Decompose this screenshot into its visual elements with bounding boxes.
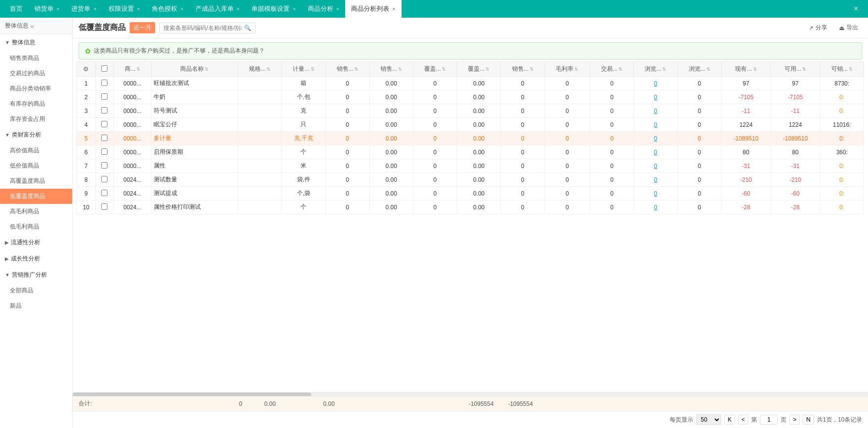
cell-browse1[interactable]: 0 (634, 90, 678, 104)
col-code[interactable]: 商...⇅ (113, 62, 151, 77)
row-checkbox-7[interactable] (101, 176, 108, 182)
nav-close-product-analysis-list[interactable]: × (392, 6, 395, 12)
cell-checkbox[interactable] (95, 173, 113, 187)
nav-product-analysis[interactable]: 商品分析 × (302, 0, 345, 18)
sidebar-item-low-margin[interactable]: 低毛利商品 (0, 219, 72, 234)
sidebar-item-high-value[interactable]: 高价值商品 (0, 143, 72, 158)
sidebar-item-category-turnover[interactable]: 商品分类动销率 (0, 81, 72, 96)
row-checkbox-3[interactable] (101, 121, 108, 127)
sidebar-section-liquidity[interactable]: ▶ 流通性分析 (0, 234, 72, 251)
nav-template-settings[interactable]: 单据模板设置 × (245, 0, 301, 18)
browse1-link[interactable]: 0 (654, 94, 657, 101)
nav-close-role-auth[interactable]: × (180, 6, 183, 12)
browse1-link[interactable]: 0 (654, 163, 657, 170)
nav-product-inbound[interactable]: 产成品入库单 × (190, 0, 245, 18)
sidebar-collapse-toggle[interactable]: 整体信息 « (0, 18, 72, 34)
col-browse2[interactable]: 浏览...⇅ (678, 62, 721, 77)
cell-browse1[interactable]: 0 (634, 104, 678, 118)
nav-purchase-order[interactable]: 进货单 × (65, 0, 102, 18)
browse1-link[interactable]: 0 (654, 204, 657, 211)
col-browse1[interactable]: 浏览...⇅ (634, 62, 678, 77)
nav-close-permissions[interactable]: × (137, 6, 140, 12)
browse1-link[interactable]: 0 (654, 108, 657, 114)
cell-browse1[interactable]: 0 (634, 145, 678, 159)
nav-close-template[interactable]: × (293, 6, 296, 12)
cell-browse1[interactable]: 0 (634, 77, 678, 90)
search-box[interactable]: 🔍 (159, 23, 256, 33)
page-number-input[interactable] (760, 415, 778, 425)
cell-browse1[interactable]: 0 (634, 132, 678, 145)
row-checkbox-8[interactable] (101, 190, 108, 196)
browse1-link[interactable]: 0 (654, 135, 657, 142)
sidebar-item-high-margin[interactable]: 高毛利商品 (0, 204, 72, 219)
row-checkbox-5[interactable] (101, 148, 108, 155)
col-current-stock[interactable]: 现有...⇅ (721, 62, 770, 77)
col-gear[interactable]: ⚙ (77, 62, 96, 77)
cell-browse1[interactable]: 0 (634, 173, 678, 187)
col-sellable[interactable]: 可销...⇅ (820, 62, 864, 77)
col-sales-amt[interactable]: 销售...⇅ (369, 62, 413, 77)
col-trade[interactable]: 交易...⇅ (590, 62, 634, 77)
nav-permissions[interactable]: 权限设置 × (103, 0, 146, 18)
cell-checkbox[interactable] (95, 159, 113, 173)
nav-product-analysis-list[interactable]: 商品分析列表 × (345, 0, 401, 18)
sidebar-item-sales-goods[interactable]: 销售类商品 (0, 51, 72, 66)
sidebar-item-low-value[interactable]: 低价值商品 (0, 158, 72, 173)
row-checkbox-1[interactable] (101, 93, 108, 100)
col-coverage2[interactable]: 覆盖...⇅ (457, 62, 501, 77)
col-sales-days[interactable]: 销售...⇅ (501, 62, 544, 77)
nav-sales-order[interactable]: 销货单 × (28, 0, 65, 18)
cell-checkbox[interactable] (95, 118, 113, 132)
sidebar-item-all-goods[interactable]: 全部商品 (0, 283, 72, 298)
col-sales-qty[interactable]: 销售...⇅ (326, 62, 369, 77)
col-spec[interactable]: 规格...⇅ (238, 62, 282, 77)
share-button[interactable]: ↗ 分享 (805, 22, 831, 34)
browse1-link[interactable]: 0 (654, 80, 657, 87)
cell-checkbox[interactable] (95, 104, 113, 118)
first-page-button[interactable]: K (724, 415, 735, 425)
next-page-button[interactable]: > (789, 415, 800, 425)
window-close-button[interactable]: × (848, 4, 864, 13)
cell-checkbox[interactable] (95, 187, 113, 200)
export-button[interactable]: ⏏ 导出 (835, 22, 862, 34)
cell-checkbox[interactable] (95, 145, 113, 159)
col-gross-margin[interactable]: 毛利率⇅ (544, 62, 590, 77)
browse1-link[interactable]: 0 (654, 121, 657, 128)
cell-browse1[interactable]: 0 (634, 200, 678, 214)
browse1-link[interactable]: 0 (654, 176, 657, 183)
sidebar-item-low-coverage[interactable]: 低覆盖度商品 (0, 189, 72, 204)
col-available-stock[interactable]: 可用...⇅ (771, 62, 820, 77)
page-size-select[interactable]: 50 20 100 (696, 414, 721, 425)
sidebar-item-traded-goods[interactable]: 交易过的商品 (0, 66, 72, 81)
prev-page-button[interactable]: < (738, 415, 748, 425)
time-filter-button[interactable]: 近一月 (130, 22, 155, 33)
sidebar-item-inventory-capital[interactable]: 库存资金占用 (0, 112, 72, 127)
nav-home[interactable]: 首页 (4, 0, 28, 18)
sidebar-item-high-coverage[interactable]: 高覆盖度商品 (0, 173, 72, 189)
sidebar-item-new-goods[interactable]: 新品 (0, 298, 72, 314)
browse1-link[interactable]: 0 (654, 149, 657, 156)
cell-browse1[interactable]: 0 (634, 118, 678, 132)
nav-close-product-analysis[interactable]: × (336, 6, 339, 12)
col-unit[interactable]: 计量...⇅ (282, 62, 326, 77)
sidebar-item-stocked-goods[interactable]: 有库存的商品 (0, 96, 72, 112)
row-checkbox-0[interactable] (101, 80, 108, 86)
cell-checkbox[interactable] (95, 77, 113, 90)
col-checkbox[interactable] (95, 62, 113, 77)
row-checkbox-9[interactable] (101, 203, 108, 210)
col-coverage1[interactable]: 覆盖...⇅ (413, 62, 457, 77)
browse1-link[interactable]: 0 (654, 190, 657, 197)
nav-close-sales-order[interactable]: × (56, 6, 59, 12)
cell-checkbox[interactable] (95, 90, 113, 104)
settings-icon[interactable]: ⚙ (83, 65, 89, 73)
sidebar-section-growth[interactable]: ▶ 成长性分析 (0, 251, 72, 267)
last-page-button[interactable]: N (803, 415, 814, 425)
select-all-checkbox[interactable] (101, 65, 108, 72)
nav-close-purchase-order[interactable]: × (93, 6, 96, 12)
horizontal-scrollbar[interactable] (73, 392, 868, 396)
row-checkbox-2[interactable] (101, 107, 108, 114)
cell-checkbox[interactable] (95, 132, 113, 145)
nav-role-auth[interactable]: 角色授权 × (146, 0, 189, 18)
sidebar-section-wealth[interactable]: ▼ 类财富分析 (0, 127, 72, 143)
sidebar-section-overall[interactable]: ▼ 整体信息 (0, 34, 72, 51)
